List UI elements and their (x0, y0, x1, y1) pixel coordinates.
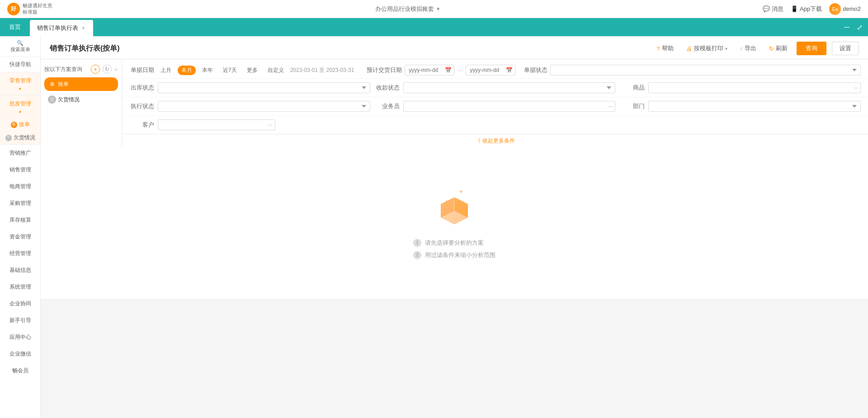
export-button[interactable]: ↑ 导出 (736, 43, 760, 54)
svg-text:✦: ✦ (459, 189, 463, 195)
execution-select[interactable] (158, 101, 370, 112)
query-button[interactable]: 查询 (797, 42, 826, 55)
message-button[interactable]: 💬 消息 (763, 5, 783, 13)
sidebar-item-inventory[interactable]: 库存核算 (0, 212, 40, 228)
collapse-more-button[interactable]: 《 收起更多条件 (122, 134, 868, 147)
tab-close-icon[interactable]: × (81, 24, 86, 32)
collapse-arrow-icon: 《 (475, 137, 481, 145)
sidebar-item-wechat[interactable]: 企业微信 (0, 346, 40, 362)
collection-select-wrapper (403, 82, 616, 93)
sidebar-sub-shortage[interactable]: 欠 欠货情况 (0, 131, 40, 144)
sidebar-item-basic-info[interactable]: 基础信息 (0, 262, 40, 279)
step-num-1: 1 (413, 239, 421, 247)
sidebar-item-retail[interactable]: 零售管理 ▴ (0, 72, 40, 95)
page-header: 销售订单执行表(按单) ? 帮助 🖨 按模板打印 ▾ ↑ 导出 ↻ 刷新 (41, 36, 868, 59)
sidebar-item-finance[interactable]: 资金管理 (0, 228, 40, 245)
refresh-icon: ↻ (769, 45, 774, 52)
sidebar-item-apps[interactable]: 应用中心 (0, 329, 40, 346)
print-button[interactable]: 🖨 按模板打印 ▾ (683, 43, 731, 54)
byorder-icon: 单 (11, 122, 17, 128)
salesperson-input[interactable] (403, 101, 616, 112)
page-title: 销售订单执行表(按单) (50, 44, 120, 53)
sidebar-item-member[interactable]: 畅会员 (0, 362, 40, 379)
app-download-button[interactable]: 📱 App下载 (791, 5, 822, 13)
logo-icon: 好 (7, 3, 20, 15)
top-header: 好 畅捷通好生意 标准版 办公用品行业模拟账套 ▾ 💬 消息 📱 App下载 E… (0, 0, 868, 18)
sidebar-item-system[interactable]: 系统管理 (0, 279, 40, 295)
date-this-month-btn[interactable]: 本月 (178, 66, 196, 75)
goods-group: 商品 ··· (620, 82, 861, 93)
date-more-btn[interactable]: 更多 (243, 66, 261, 75)
empty-state: ✦ ✦ 1 请先选择要分析的方案 2 用过滤条件来缩小分析范围 (41, 147, 868, 299)
search-icon: 🔍 (17, 40, 24, 46)
sidebar-item-ecommerce[interactable]: 电商管理 (0, 178, 40, 195)
status-select[interactable] (550, 65, 861, 76)
sidebar-item-enterprise[interactable]: 企业协同 (0, 295, 40, 312)
settings-button[interactable]: 设置 (832, 42, 859, 55)
empty-illustration: ✦ ✦ (432, 184, 477, 230)
tab-minimize-button[interactable]: ─ (843, 21, 851, 33)
empty-icon-svg: ✦ ✦ (432, 184, 477, 229)
logo-area: 好 畅捷通好生意 标准版 (7, 3, 52, 15)
forecast-start-date: 📅 (405, 65, 454, 76)
print-icon: 🖨 (686, 45, 692, 52)
help-button[interactable]: ? 帮助 (653, 43, 677, 54)
side-collapse-button[interactable]: « (114, 66, 118, 73)
shipment-select[interactable] (158, 82, 370, 93)
header-left: 好 畅捷通好生意 标准版 (7, 3, 52, 15)
date-this-year-btn[interactable]: 本年 (198, 66, 217, 75)
sidebar-item-guide[interactable]: 新手引导 (0, 312, 40, 329)
tab-maximize-button[interactable]: ⤢ (855, 21, 864, 33)
date-custom-btn[interactable]: 自定义 (264, 66, 288, 75)
doc-status-group: 单据状态 (523, 65, 861, 76)
date-recent7-btn[interactable]: 近7天 (219, 66, 241, 75)
breadcrumb-area: 办公用品行业模拟账套 ▾ (375, 5, 440, 13)
sidebar-item-marketing[interactable]: 营销推广 (0, 145, 40, 162)
date-prev-month-btn[interactable]: 上月 (157, 66, 175, 75)
download-icon: 📱 (791, 5, 798, 12)
sidebar-item-wholesale[interactable]: 批发管理 ▴ (0, 95, 40, 118)
refresh-button[interactable]: ↻ 刷新 (765, 43, 791, 54)
sidebar-item-purchase[interactable]: 采购管理 (0, 195, 40, 212)
filter-row-4: 客户 ··· (122, 116, 868, 134)
date-range-text: 2023-03-01 至 2023-03-31 (290, 66, 354, 74)
sidebar-search[interactable]: 🔍 搜索菜单 (0, 36, 40, 57)
user-menu[interactable]: Ea demo2 (829, 3, 861, 15)
filter-row-2: 出库状态 收款状态 (122, 79, 868, 97)
header-right: 💬 消息 📱 App下载 Ea demo2 (763, 3, 861, 15)
sidebar: 🔍 搜索菜单 快捷导航 零售管理 ▴ 批发管理 ▴ 单 按单 (0, 36, 41, 418)
sidebar-item-sales[interactable]: 销售管理 (0, 162, 40, 178)
empty-instructions: 1 请先选择要分析的方案 2 用过滤条件来缩小分析范围 (413, 238, 495, 262)
execution-select-wrapper (158, 101, 370, 112)
scheme-refresh-button[interactable]: ↻ (103, 65, 112, 74)
sidebar-quick-nav[interactable]: 快捷导航 (0, 57, 40, 72)
sidebar-item-operations[interactable]: 经营管理 (0, 245, 40, 262)
shortage-icon: 欠 (5, 135, 12, 141)
sidebar-sub-byorder[interactable]: 单 按单 (0, 118, 40, 131)
tab-sales-order[interactable]: 销售订单执行表 × (30, 20, 93, 36)
sidebar-group-retail: 零售管理 ▴ (0, 72, 40, 95)
breadcrumb-arrow-icon[interactable]: ▾ (437, 5, 440, 12)
tab-controls: ─ ⤢ (843, 18, 868, 36)
department-select[interactable] (648, 101, 861, 112)
goods-dots-icon[interactable]: ··· (854, 85, 858, 91)
salesperson-input-wrapper: ··· (403, 101, 616, 112)
tab-home[interactable]: 首页 (0, 18, 30, 36)
chevron-up-icon: ▴ (19, 109, 21, 114)
collection-select[interactable] (403, 82, 616, 93)
customer-dots-icon[interactable]: ··· (268, 122, 273, 128)
filter-panel: 按以下方案查询 + ↻ « 单 按单 欠 欠货情况 (41, 59, 868, 147)
date-filter-group: 单据日期 上月 本月 本年 近7天 更多 自定义 2023-03-01 至 20… (129, 66, 354, 75)
main-layout: 🔍 搜索菜单 快捷导航 零售管理 ▴ 批发管理 ▴ 单 按单 (0, 36, 868, 418)
goods-input[interactable] (648, 82, 861, 93)
filter-side-title: 按以下方案查询 + ↻ « (44, 65, 118, 74)
scheme-item-byorder[interactable]: 单 按单 (44, 77, 118, 91)
scheme-add-button[interactable]: + (91, 65, 100, 74)
scheme-item-shortage[interactable]: 欠 欠货情况 (44, 93, 118, 106)
customer-input[interactable] (158, 119, 275, 130)
sidebar-group-wholesale: 批发管理 ▴ 单 按单 欠 欠货情况 (0, 95, 40, 145)
calendar-end-icon: 📅 (506, 67, 513, 73)
salesperson-dots-icon[interactable]: ··· (608, 103, 613, 109)
department-group: 部门 (620, 101, 861, 112)
step-num-2: 2 (413, 251, 421, 259)
